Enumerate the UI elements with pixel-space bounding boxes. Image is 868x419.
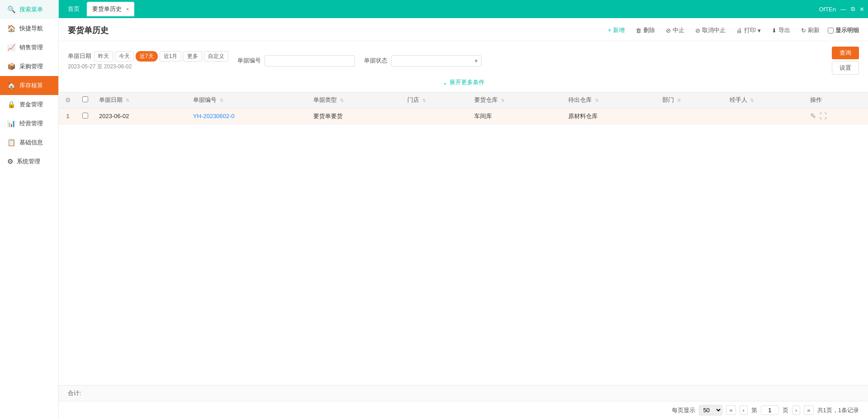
- status-select[interactable]: [391, 55, 481, 67]
- date-buttons: 昨天 今天 近7天 近1月 更多 自定义: [94, 51, 228, 62]
- sidebar-item-basic-info[interactable]: 📋 基础信息: [0, 133, 58, 152]
- col-checkbox: [77, 92, 94, 108]
- page-last-btn[interactable]: »: [804, 405, 813, 415]
- per-page-select[interactable]: 50 100: [699, 405, 722, 415]
- sidebar-item-label: 系统管理: [17, 157, 40, 166]
- col-department: 部门 ⇅: [657, 92, 724, 108]
- row-doc-num-link[interactable]: YH-20230602-0: [193, 113, 235, 119]
- sidebar-item-system[interactable]: ⚙ 系统管理: [0, 152, 58, 171]
- close-window-icon[interactable]: ✕: [859, 6, 864, 13]
- page-prev-btn[interactable]: ‹: [740, 405, 748, 415]
- print-button-label: 打印: [744, 26, 756, 34]
- settings-button[interactable]: 设置: [832, 61, 859, 75]
- doc-num-input[interactable]: [264, 55, 355, 67]
- print-button[interactable]: 🖨 打印 ▾: [734, 24, 764, 36]
- page-next-btn[interactable]: ›: [792, 405, 800, 415]
- basic-info-icon: 📋: [7, 138, 16, 147]
- table-row[interactable]: 1 2023-06-02 YH-20230602-0 要货单要货 车间库 原材料…: [59, 108, 868, 124]
- col-department-sort[interactable]: ⇅: [677, 98, 681, 103]
- tab-close-icon[interactable]: ×: [126, 6, 129, 12]
- sidebar-item-inventory[interactable]: 🏠 库存核算: [0, 76, 58, 95]
- col-handler: 经手人 ⇅: [724, 92, 805, 108]
- col-doc-num-sort[interactable]: ⇅: [220, 98, 223, 103]
- sidebar-item-quick-nav[interactable]: 🏠 快捷导航: [0, 19, 58, 38]
- refresh-icon: ↻: [801, 27, 806, 34]
- status-filter-group: 单据状态: [364, 55, 481, 67]
- date-btn-yesterday[interactable]: 昨天: [94, 51, 113, 62]
- sidebar-item-purchase[interactable]: 📦 采购管理: [0, 57, 58, 76]
- col-doc-type-label: 单据类型: [313, 96, 337, 103]
- filter-area: 单据日期 昨天 今天 近7天 近1月 更多 自定义 2023-05-27 至 2…: [59, 41, 868, 92]
- date-btn-last7days[interactable]: 近7天: [136, 51, 158, 62]
- purchase-icon: 📦: [7, 62, 16, 71]
- sidebar-item-label: 销售管理: [19, 43, 43, 52]
- row-edit-icon[interactable]: ✎: [810, 112, 816, 120]
- expand-more-icon: ⌄: [443, 79, 448, 86]
- stop-button[interactable]: ⊘ 中止: [663, 24, 687, 36]
- date-btn-today[interactable]: 今天: [115, 51, 134, 62]
- main-area: 首页 要货单历史 × OfTEn — ⧉ ✕ 要货单历史 + 新增 🗑 删除: [59, 0, 868, 419]
- date-btn-last-month[interactable]: 近1月: [160, 51, 182, 62]
- page-num-input[interactable]: [761, 405, 779, 415]
- sidebar: 🔍 搜索菜单 🏠 快捷导航 📈 销售管理 📦 采购管理 🏠 库存核算 🔒 资金管…: [0, 0, 59, 419]
- action-icons: ✎ ⛶: [810, 112, 863, 120]
- date-btn-custom[interactable]: 自定义: [204, 51, 228, 62]
- col-settings: ⚙: [59, 92, 77, 108]
- restore-icon[interactable]: ⧉: [851, 5, 855, 13]
- sidebar-item-operations[interactable]: 📊 经营管理: [0, 114, 58, 133]
- cancel-stop-button[interactable]: ⊘ 取消中止: [693, 24, 728, 36]
- refresh-button[interactable]: ↻ 刷新: [798, 24, 822, 36]
- col-doc-num-label: 单据编号: [193, 96, 217, 103]
- col-pending-warehouse-sort[interactable]: ⇅: [595, 98, 599, 103]
- stop-icon: ⊘: [666, 27, 671, 34]
- date-btn-more[interactable]: 更多: [183, 51, 202, 62]
- cancel-stop-button-label: 取消中止: [702, 26, 726, 34]
- topbar-right: OfTEn — ⧉ ✕: [819, 5, 864, 13]
- sidebar-item-sales[interactable]: 📈 销售管理: [0, 38, 58, 57]
- row-handler: [724, 108, 805, 124]
- minimize-icon[interactable]: —: [840, 6, 846, 13]
- delete-button-label: 删除: [643, 26, 655, 34]
- col-handler-label: 经手人: [730, 96, 747, 103]
- user-name[interactable]: OfTEn: [819, 6, 836, 13]
- row-checkbox[interactable]: [82, 113, 88, 119]
- col-pending-warehouse: 待出仓库 ⇅: [563, 92, 657, 108]
- system-icon: ⚙: [7, 157, 13, 166]
- tab-home[interactable]: 首页: [62, 2, 85, 16]
- col-date-label: 单据日期: [99, 96, 123, 103]
- row-req-warehouse: 车间库: [469, 108, 563, 124]
- sidebar-item-search-menu[interactable]: 🔍 搜索菜单: [0, 0, 58, 19]
- new-button[interactable]: + 新增: [605, 24, 627, 36]
- select-all-checkbox[interactable]: [82, 96, 88, 102]
- row-department: [657, 108, 724, 124]
- row-doc-num: YH-20230602-0: [188, 108, 308, 124]
- col-doc-type-sort[interactable]: ⇅: [340, 98, 344, 103]
- col-req-warehouse-sort[interactable]: ⇅: [501, 98, 505, 103]
- sidebar-item-finance[interactable]: 🔒 资金管理: [0, 95, 58, 114]
- col-date-sort[interactable]: ⇅: [126, 98, 129, 103]
- tab-ygh[interactable]: 要货单历史 ×: [87, 2, 134, 16]
- display-detail-checkbox-wrap[interactable]: 显示明细: [828, 26, 859, 34]
- export-button[interactable]: ⬇ 导出: [769, 24, 793, 36]
- row-delete-icon[interactable]: ⛶: [820, 112, 827, 120]
- page-title: 要货单历史: [68, 25, 108, 36]
- col-handler-sort[interactable]: ⇅: [750, 98, 754, 103]
- column-settings-icon[interactable]: ⚙: [65, 96, 71, 104]
- row-doc-type: 要货单要货: [308, 108, 402, 124]
- display-detail-checkbox[interactable]: [828, 28, 834, 33]
- query-button[interactable]: 查询: [832, 47, 859, 59]
- page-first-btn[interactable]: «: [726, 405, 736, 415]
- sidebar-item-label: 搜索菜单: [19, 5, 43, 14]
- col-req-warehouse-label: 要货仓库: [474, 96, 498, 103]
- per-page-label: 每页显示: [672, 406, 695, 414]
- tab-home-label: 首页: [68, 5, 80, 13]
- table-footer: 合计:: [59, 385, 868, 401]
- delete-button[interactable]: 🗑 删除: [633, 24, 658, 36]
- page-label: 第: [751, 406, 757, 414]
- expand-more-btn[interactable]: ⌄ 展开更多条件: [68, 78, 859, 86]
- col-store-sort[interactable]: ⇅: [422, 98, 426, 103]
- col-store-label: 门店: [407, 96, 419, 103]
- row-store: [402, 108, 469, 124]
- sales-icon: 📈: [7, 43, 16, 52]
- row-num: 1: [59, 108, 77, 124]
